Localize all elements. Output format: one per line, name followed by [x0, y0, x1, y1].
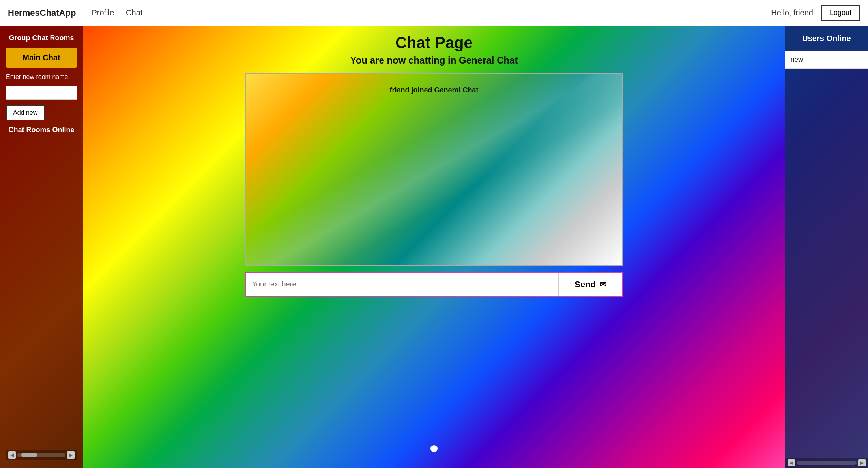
- right-sidebar: Users Online new ◀ ▶: [785, 26, 868, 468]
- right-sidebar-scrollbar: ◀ ▶: [785, 458, 868, 468]
- app-brand: HermesChatApp: [8, 8, 76, 18]
- group-chat-rooms-title: Group Chat Rooms: [6, 34, 77, 42]
- chat-rooms-online-title: Chat Rooms Online: [6, 126, 77, 134]
- main-chat-button[interactable]: Main Chat: [6, 48, 77, 68]
- right-scroll-left-arrow[interactable]: ◀: [788, 459, 795, 466]
- add-new-button[interactable]: Add new: [6, 105, 45, 120]
- online-users-list: new: [785, 51, 868, 458]
- enter-room-name-label: Enter new room name: [6, 73, 77, 80]
- left-sidebar-scrollbar: ◀ ▶: [6, 450, 77, 460]
- online-user-item[interactable]: new: [785, 51, 868, 69]
- message-input-area: Send ✉: [245, 272, 623, 297]
- scroll-right-arrow[interactable]: ▶: [67, 451, 75, 459]
- logout-button[interactable]: Logout: [821, 5, 860, 21]
- bottom-indicator: [430, 445, 438, 452]
- system-message: friend joined General Chat: [254, 86, 614, 94]
- page-title: Chat Page: [395, 34, 473, 52]
- room-name-input[interactable]: [6, 86, 77, 100]
- nav-links: Profile Chat: [92, 8, 771, 17]
- message-input[interactable]: [246, 273, 558, 296]
- navbar-right: Hello, friend Logout: [771, 5, 860, 21]
- nav-link-profile[interactable]: Profile: [92, 8, 114, 17]
- scroll-left-arrow[interactable]: ◀: [8, 451, 16, 459]
- navbar-greeting: Hello, friend: [771, 8, 813, 17]
- left-sidebar: Group Chat Rooms Main Chat Enter new roo…: [0, 26, 83, 468]
- chat-message-area: friend joined General Chat: [246, 74, 622, 102]
- users-online-header: Users Online: [785, 26, 868, 51]
- chat-box: friend joined General Chat: [245, 73, 623, 266]
- right-scroll-right-arrow[interactable]: ▶: [858, 459, 866, 466]
- send-button-label: Send: [574, 279, 596, 290]
- nav-link-chat[interactable]: Chat: [126, 8, 142, 17]
- navbar: HermesChatApp Profile Chat Hello, friend…: [0, 0, 868, 26]
- page-subtitle: You are now chatting in General Chat: [350, 55, 518, 66]
- send-icon: ✉: [600, 280, 606, 289]
- send-button[interactable]: Send ✉: [558, 273, 622, 296]
- main-layout: Group Chat Rooms Main Chat Enter new roo…: [0, 26, 868, 468]
- center-area: Chat Page You are now chatting in Genera…: [83, 26, 785, 468]
